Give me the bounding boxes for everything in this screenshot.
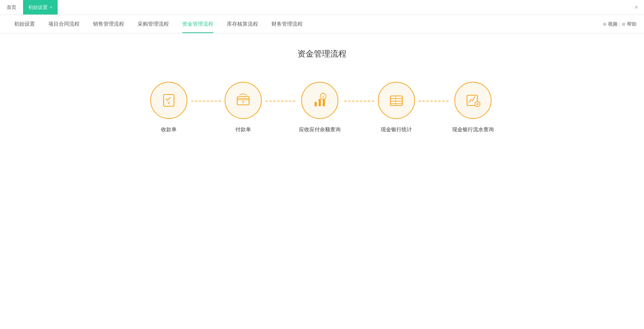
dashed-line-2 <box>265 101 295 101</box>
close-window-button[interactable]: × <box>635 4 638 11</box>
nav-right-divider: | <box>619 21 620 27</box>
cash-bank-flow-icon-circle <box>454 82 492 119</box>
flow-row: ¥ 收款单 ¥ 付款单 <box>7 82 637 133</box>
nav-bar: 初始设置 项目合同流程 销售管理流程 采购管理流程 资金管理流程 库存核算流程 … <box>0 15 644 33</box>
svg-text:¥: ¥ <box>167 101 170 105</box>
close-tab-button[interactable]: × <box>50 5 52 10</box>
cash-bank-flow-icon <box>464 91 482 109</box>
connector-1 <box>187 101 225 101</box>
nav-item-finance-management[interactable]: 财务管理流程 <box>265 15 309 33</box>
flow-item-payment[interactable]: ¥ 付款单 <box>225 82 262 133</box>
flow-item-cash-bank-stat[interactable]: 现金银行统计 <box>378 82 415 133</box>
page-title: 资金管理流程 <box>7 48 637 59</box>
svg-text:¥: ¥ <box>322 95 324 99</box>
nav-item-fund-management[interactable]: 资金管理流程 <box>176 15 220 33</box>
cash-bank-stat-icon <box>387 91 405 109</box>
ar-ap-balance-icon: ¥ <box>311 91 329 109</box>
receipt-label: 收款单 <box>161 126 177 133</box>
svg-text:¥: ¥ <box>242 100 244 104</box>
connector-2 <box>262 101 299 101</box>
help-link[interactable]: ⊙ 帮助 <box>622 21 637 28</box>
ar-ap-balance-icon-circle: ¥ <box>301 82 338 119</box>
payment-icon: ¥ <box>234 91 252 109</box>
nav-item-inventory-accounting[interactable]: 库存核算流程 <box>220 15 265 33</box>
dashed-line-1 <box>191 101 221 101</box>
payment-label: 付款单 <box>235 126 251 133</box>
svg-rect-11 <box>390 96 402 106</box>
payment-icon-circle: ¥ <box>225 82 262 119</box>
cash-bank-stat-label: 现金银行统计 <box>381 126 412 133</box>
video-link[interactable]: ⊙ 视频 <box>603 21 618 28</box>
dashed-line-3 <box>344 101 374 101</box>
nav-item-project-contract[interactable]: 项目合同流程 <box>42 15 86 33</box>
receipt-icon-circle: ¥ <box>150 82 187 119</box>
top-bar-right: × <box>635 4 644 11</box>
connector-4 <box>415 101 452 101</box>
nav-item-sales-management[interactable]: 销售管理流程 <box>86 15 131 33</box>
nav-item-initial-setup[interactable]: 初始设置 <box>7 15 42 33</box>
cash-bank-flow-label: 现金银行流水查询 <box>452 126 494 133</box>
home-tab[interactable]: 首页 <box>0 0 23 14</box>
ar-ap-balance-label: 应收应付余额查询 <box>299 126 341 133</box>
main-content: 资金管理流程 ¥ 收款单 ¥ <box>0 33 644 329</box>
svg-rect-6 <box>315 102 317 106</box>
nav-item-purchase-management[interactable]: 采购管理流程 <box>131 15 176 33</box>
flow-item-cash-bank-flow[interactable]: 现金银行流水查询 <box>452 82 494 133</box>
connector-3 <box>341 101 378 101</box>
flow-item-receipt[interactable]: ¥ 收款单 <box>150 82 187 133</box>
home-label: 首页 <box>7 4 16 11</box>
cash-bank-stat-icon-circle <box>378 82 415 119</box>
active-tab-label: 初始设置 <box>28 4 48 11</box>
svg-rect-7 <box>319 99 321 106</box>
dashed-line-4 <box>419 101 448 101</box>
top-bar: 首页 初始设置 × × <box>0 0 644 15</box>
active-tab[interactable]: 初始设置 × <box>23 0 58 14</box>
nav-bar-right: ⊙ 视频 | ⊙ 帮助 <box>603 21 637 28</box>
flow-item-ar-ap-balance[interactable]: ¥ 应收应付余额查询 <box>299 82 341 133</box>
receipt-icon: ¥ <box>160 91 178 109</box>
